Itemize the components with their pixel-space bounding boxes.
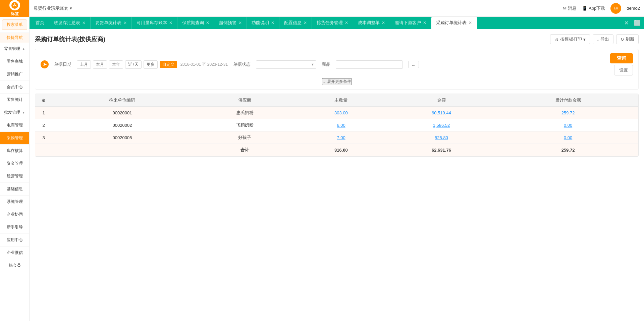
footer-empty	[52, 144, 193, 156]
sidebar-item-member[interactable]: 会员中心	[0, 81, 29, 94]
filter-area: ➤ 单据日期 上月 本月 本年 近7天 更多 自定义 2016-01-01 至 …	[35, 49, 639, 90]
date-preset-this-month[interactable]: 本月	[93, 60, 107, 69]
table-footer: 合计 316.00 62,631.76 259.72	[35, 144, 638, 156]
sidebar-item-quick-nav[interactable]: 快捷导航	[0, 33, 29, 43]
date-preset-7days[interactable]: 近7天	[125, 60, 142, 69]
row-amount[interactable]: 60,519.44	[385, 107, 498, 119]
row-qty[interactable]: 303.00	[297, 107, 385, 119]
status-select[interactable]	[256, 60, 316, 69]
tab-close-icon[interactable]: ✕	[82, 20, 86, 25]
sidebar-item-new-guide[interactable]: 新手引导	[0, 221, 29, 234]
row-paid[interactable]: 0.00	[498, 131, 638, 144]
setting-button[interactable]: 设置	[614, 65, 633, 75]
tab-overstock-warning[interactable]: 超储预警 ✕	[214, 17, 247, 29]
sidebar-item-label: 电商管理	[7, 123, 23, 127]
date-preset-this-year[interactable]: 本年	[109, 60, 123, 69]
sidebar-item-marketing[interactable]: 营销推广	[0, 68, 29, 81]
tab-close-icon[interactable]: ✕	[469, 20, 472, 25]
message-button[interactable]: ✉ 消息	[563, 5, 577, 11]
tab-close-icon[interactable]: ✕	[345, 20, 348, 25]
refresh-icon: ↻	[621, 37, 624, 42]
tab-expiry-query[interactable]: 保质期查询 ✕	[177, 17, 214, 29]
tab-close-icon[interactable]: ✕	[123, 20, 127, 25]
expand-more-filters-button[interactable]: ⌄ 展开更多条件	[322, 78, 352, 85]
tab-function-desc[interactable]: 功能说明 ✕	[247, 17, 279, 29]
workspace-name: 母婴行业演示账套	[34, 5, 68, 11]
tab-home[interactable]: 首页	[31, 17, 49, 29]
footer-paid: 259.72	[498, 144, 638, 156]
sidebar-item-retail[interactable]: 零售管理 ▲	[0, 43, 29, 55]
app-download-button[interactable]: 📱 App下载	[582, 5, 605, 11]
tab-close-icon[interactable]: ✕	[382, 20, 385, 25]
row-qty[interactable]: 7.00	[297, 131, 385, 144]
sidebar-item-label: 资金管理	[7, 161, 23, 166]
row-amount[interactable]: 525.80	[385, 131, 498, 144]
tabbar: 首页 收发存汇总表 ✕ 要货单统计表 ✕ 可用量库存账本 ✕ 保质期查询 ✕ 超…	[30, 17, 644, 29]
page-title-actions: 🖨 按模板打印 ▾ ↓ 导出 ↻ 刷新	[550, 34, 639, 44]
row-qty[interactable]: 6.00	[297, 119, 385, 131]
sidebar-item-finance[interactable]: 资金管理	[0, 157, 29, 170]
row-amount[interactable]: 1,586.52	[385, 119, 498, 131]
message-icon: ✉	[563, 6, 567, 11]
tab-close-icon[interactable]: ✕	[423, 20, 426, 25]
tab-cost-adjust[interactable]: 成本调整单 ✕	[353, 17, 390, 29]
tab-inventory-ledger[interactable]: 可用量库存账本 ✕	[132, 17, 177, 29]
refresh-button[interactable]: ↻ 刷新	[616, 34, 639, 44]
sidebar-item-member2[interactable]: 畅会员	[0, 259, 29, 272]
phone-icon: 📱	[582, 6, 587, 11]
user-avatar[interactable]: Ea	[610, 3, 621, 14]
query-button[interactable]: 查询	[610, 53, 633, 63]
search-menu-button[interactable]: 搜索菜单	[2, 19, 27, 30]
sidebar-item-purchase[interactable]: 采购管理	[0, 132, 29, 145]
tab-config-info[interactable]: 配置信息 ✕	[279, 17, 312, 29]
sidebar-item-retail-stat[interactable]: 零售统计	[0, 94, 29, 106]
sidebar-item-label: 零售商城	[7, 59, 23, 64]
goods-filter-input[interactable]	[336, 60, 403, 69]
tab-close-icon[interactable]: ✕	[271, 20, 274, 25]
sidebar-item-label: 零售统计	[7, 97, 23, 102]
row-paid[interactable]: 259.72	[498, 107, 638, 119]
tab-pick-task[interactable]: 拣货任务管理 ✕	[312, 17, 353, 29]
export-button[interactable]: ↓ 导出	[593, 34, 614, 44]
date-preset-group: 上月 本月 本年 近7天 更多 自定义 2016-01-01 至 2023-12…	[77, 60, 228, 69]
col-qty: 主数量	[297, 94, 385, 107]
more-filter-button[interactable]: ...	[408, 61, 419, 68]
tab-purchase-summary[interactable]: 采购订单统计表 ✕	[431, 17, 477, 29]
username-label: demo2	[627, 6, 640, 11]
tab-goods-summary[interactable]: 要货单统计表 ✕	[91, 17, 132, 29]
tab-close-icon[interactable]: ✕	[238, 20, 242, 25]
date-range-display: 2016-01-01 至 2023-12-31	[180, 62, 228, 67]
svg-point-1	[14, 3, 15, 5]
tab-close-icon[interactable]: ✕	[304, 20, 307, 25]
sidebar-item-operations[interactable]: 经营管理	[0, 170, 29, 183]
workspace-selector[interactable]: 母婴行业演示账套 ▾	[34, 5, 72, 11]
close-all-tabs-button[interactable]: ✕	[622, 19, 631, 27]
sidebar-item-retail-mall[interactable]: 零售商城	[0, 55, 29, 68]
avatar-image: Ea	[614, 6, 618, 10]
maximize-button[interactable]: ⬜	[632, 19, 643, 27]
sidebar-item-basic-info[interactable]: 基础信息	[0, 183, 29, 196]
tab-invite-customer[interactable]: 邀请下游客户 ✕	[390, 17, 431, 29]
date-preset-more[interactable]: 更多	[144, 60, 158, 69]
sidebar-item-ecommerce[interactable]: 电商管理	[0, 119, 29, 132]
print-button[interactable]: 🖨 按模板打印 ▾	[550, 34, 590, 44]
sidebar-item-system[interactable]: 系统管理	[0, 196, 29, 208]
topbar-left: 母婴行业演示账套 ▾	[34, 5, 72, 11]
goods-filter-label: 商品	[322, 61, 330, 67]
tab-receive-summary[interactable]: 收发存汇总表 ✕	[49, 17, 91, 29]
tab-close-icon[interactable]: ✕	[169, 20, 172, 25]
data-table-wrap: ⚙ 往来单位编码 供应商 主数量 金额 累计付款金额 1 00020001 惠氏	[35, 94, 639, 157]
sidebar-item-wholesale[interactable]: 批发管理 ▼	[0, 106, 29, 119]
row-paid[interactable]: 0.00	[498, 119, 638, 131]
date-preset-last-month[interactable]: 上月	[77, 60, 91, 69]
sidebar-item-enterprise-wechat[interactable]: 企业微信	[0, 247, 29, 259]
row-no: 3	[35, 131, 52, 144]
row-no: 2	[35, 119, 52, 131]
sidebar-item-app-center[interactable]: 应用中心	[0, 234, 29, 247]
filter-expand-toggle-button[interactable]: ➤	[41, 60, 49, 68]
tab-close-icon[interactable]: ✕	[206, 20, 209, 25]
expand-label: 展开更多条件	[327, 79, 351, 85]
sidebar-item-enterprise[interactable]: 企业协同	[0, 208, 29, 221]
sidebar-item-inventory[interactable]: 库存核算	[0, 145, 29, 157]
tab-label: 保质期查询	[182, 20, 204, 26]
